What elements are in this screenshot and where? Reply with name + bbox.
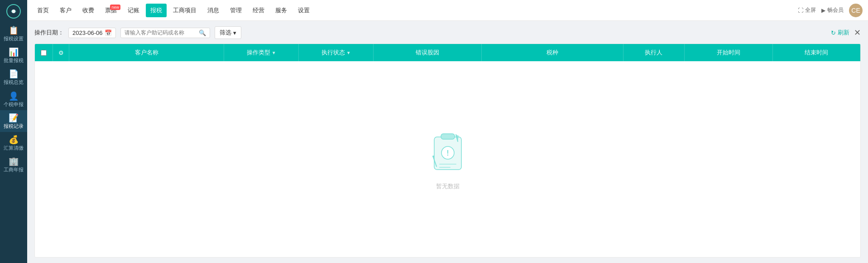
th-starttime: 开始时间 (685, 44, 772, 61)
nav-badge-ticket: new (110, 5, 120, 10)
svg-point-1 (12, 10, 15, 13)
fullscreen-label: 全屏 (805, 6, 816, 14)
tax-settings-label: 报税设置 (4, 36, 24, 42)
nav-item-service[interactable]: 服务 (271, 4, 292, 17)
sidebar-item-annual-report[interactable]: 🏢 工商年报 (0, 154, 27, 175)
th-name: 客户名称 (69, 44, 224, 61)
th-taxtype: 税种 (482, 44, 623, 61)
filter-button[interactable]: 筛选 ▾ (215, 26, 241, 39)
nav-items: 首页客户收费票据new记账报税工商项目消息管理经营服务设置 (33, 4, 798, 17)
nav-item-fee[interactable]: 收费 (78, 4, 99, 17)
nav-item-operation[interactable]: 经营 (248, 4, 269, 17)
th-error: 错误股因 (374, 44, 482, 61)
nav-item-customer[interactable]: 客户 (55, 4, 76, 17)
th-taxtype-label: 税种 (547, 49, 558, 57)
table-header: ⚙ 客户名称 操作类型 ▼ 执行状态 ▼ 错误股因 税种 (35, 44, 860, 61)
batch-tax-label: 批量报税 (4, 58, 24, 63)
th-error-label: 错误股因 (416, 49, 439, 57)
sidebar: 📋 报税设置📊 批量报税📄 报税总览👤 个税申报📝 报税记录💰 汇算清缴🏢 工商… (0, 0, 27, 263)
empty-illustration: ! (425, 128, 470, 178)
tax-overview-icon: 📄 (9, 70, 19, 78)
sidebar-item-tax-overview[interactable]: 📄 报税总览 (0, 66, 27, 88)
calendar-icon: 📅 (105, 29, 112, 36)
gear-icon: ⚙ (58, 49, 64, 56)
annual-report-label: 工商年报 (4, 167, 24, 173)
fullscreen-icon: ⛶ (798, 7, 803, 14)
select-all-checkbox[interactable] (41, 50, 47, 56)
sidebar-item-tax-record[interactable]: 📝 报税记录 (0, 110, 27, 132)
content-area: 操作日期： 2023-06-06 📅 🔍 筛选 ▾ ↻ 刷新 ✕ (27, 21, 868, 263)
batch-tax-icon: 📊 (9, 48, 19, 56)
refresh-label: 刷新 (838, 29, 849, 37)
svg-text:!: ! (446, 149, 449, 157)
status-sort-icon: ▼ (346, 50, 351, 55)
th-starttime-label: 开始时间 (717, 49, 740, 57)
nav-item-home[interactable]: 首页 (33, 4, 53, 17)
member-button[interactable]: ▶ 畅会员 (821, 6, 844, 14)
optype-sort-icon: ▼ (272, 50, 276, 55)
close-button[interactable]: ✕ (854, 29, 861, 37)
annual-report-icon: 🏢 (9, 157, 19, 166)
topnav-right: ⛶ 全屏 ▶ 畅会员 CE (798, 4, 863, 17)
table-body: ! 暂无数据 (35, 61, 860, 257)
nav-item-manage[interactable]: 管理 (225, 4, 246, 17)
chevron-down-icon: ▾ (233, 29, 236, 36)
top-navigation: 首页客户收费票据new记账报税工商项目消息管理经营服务设置 ⛶ 全屏 ▶ 畅会员… (27, 0, 868, 21)
settlement-label: 汇算清缴 (4, 145, 24, 151)
date-picker[interactable]: 2023-06-06 📅 (68, 28, 116, 38)
date-value: 2023-06-06 (72, 29, 103, 36)
settlement-icon: 💰 (9, 136, 19, 144)
search-box: 🔍 (120, 28, 210, 38)
th-endtime: 结束时间 (773, 44, 860, 61)
member-label: 畅会员 (827, 6, 844, 14)
th-name-label: 客户名称 (135, 49, 158, 57)
sidebar-item-personal-tax[interactable]: 👤 个税申报 (0, 88, 27, 110)
refresh-icon: ↻ (831, 29, 836, 36)
app-logo (0, 0, 27, 23)
th-status-label: 执行状态 (321, 49, 345, 57)
th-status[interactable]: 执行状态 ▼ (299, 44, 374, 61)
nav-item-settings[interactable]: 设置 (293, 4, 314, 17)
nav-item-tax[interactable]: 报税 (146, 4, 167, 17)
th-optype[interactable]: 操作类型 ▼ (224, 44, 299, 61)
search-icon: 🔍 (199, 29, 206, 36)
nav-item-ticket[interactable]: 票据new (101, 4, 121, 17)
tax-settings-icon: 📋 (9, 26, 19, 34)
th-executor-label: 执行人 (645, 49, 662, 57)
avatar-text: CE (851, 7, 860, 14)
nav-item-bookkeeping[interactable]: 记账 (123, 4, 144, 17)
th-gear[interactable]: ⚙ (53, 44, 69, 61)
svg-rect-3 (441, 134, 455, 139)
member-icon: ▶ (821, 7, 825, 14)
search-input[interactable] (125, 29, 197, 36)
nav-item-message[interactable]: 消息 (203, 4, 224, 17)
fullscreen-button[interactable]: ⛶ 全屏 (798, 6, 816, 14)
empty-text: 暂无数据 (436, 182, 460, 190)
svg-point-11 (432, 156, 434, 157)
personal-tax-label: 个税申报 (4, 102, 24, 107)
avatar[interactable]: CE (849, 4, 863, 17)
sidebar-item-settlement[interactable]: 💰 汇算清缴 (0, 132, 27, 154)
main-area: 首页客户收费票据new记账报税工商项目消息管理经营服务设置 ⛶ 全屏 ▶ 畅会员… (27, 0, 868, 263)
tax-record-icon: 📝 (9, 114, 19, 122)
refresh-button[interactable]: ↻ 刷新 (831, 29, 849, 37)
sidebar-item-batch-tax[interactable]: 📊 批量报税 (0, 44, 27, 66)
date-label: 操作日期： (34, 29, 64, 37)
personal-tax-icon: 👤 (9, 92, 19, 100)
th-optype-label: 操作类型 (247, 49, 270, 57)
th-checkbox[interactable] (35, 44, 53, 61)
th-endtime-label: 结束时间 (805, 49, 828, 57)
data-table: ⚙ 客户名称 操作类型 ▼ 执行状态 ▼ 错误股因 税种 (34, 44, 861, 258)
tax-record-label: 报税记录 (4, 123, 24, 129)
sidebar-item-tax-settings[interactable]: 📋 报税设置 (0, 23, 27, 44)
toolbar: 操作日期： 2023-06-06 📅 🔍 筛选 ▾ ↻ 刷新 ✕ (34, 26, 861, 39)
filter-label: 筛选 (220, 29, 231, 37)
tax-overview-label: 报税总览 (4, 79, 24, 85)
nav-item-business[interactable]: 工商项目 (168, 4, 201, 17)
th-executor: 执行人 (623, 44, 685, 61)
